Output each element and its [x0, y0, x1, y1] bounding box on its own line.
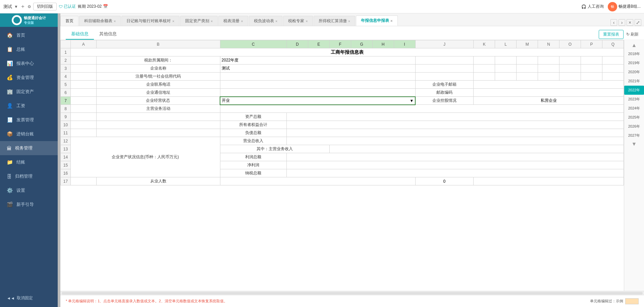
cell-11a[interactable]: [71, 129, 97, 137]
cell-17a[interactable]: [71, 177, 97, 185]
cell-12ab[interactable]: 企业资产状况信息(币种：人民币万元): [71, 137, 220, 177]
cell-9d[interactable]: [286, 113, 624, 121]
cell-17b[interactable]: 从业人数: [96, 177, 220, 185]
sidebar-item-settings[interactable]: ⚙️设置: [0, 183, 58, 198]
col-header-q[interactable]: Q: [602, 40, 624, 48]
tab-annual-report[interactable]: 年报信息申报表×: [356, 15, 397, 26]
sidebar-item-finance[interactable]: 💰资金管理: [0, 71, 58, 85]
col-header-o[interactable]: O: [559, 40, 581, 48]
sidebar-item-guide[interactable]: 🎬新手引导: [0, 198, 58, 212]
cell-5c[interactable]: [220, 81, 415, 89]
cell-8c[interactable]: [220, 105, 624, 113]
tab-close-tax-inspect[interactable]: ×: [306, 19, 308, 23]
cell-9a[interactable]: [71, 113, 97, 121]
col-header-k[interactable]: K: [474, 40, 495, 48]
cell-3k[interactable]: [474, 64, 495, 73]
year-item-2020[interactable]: 2020年: [624, 68, 644, 77]
cell-10c[interactable]: 所有者权益合计: [220, 121, 286, 129]
col-header-m[interactable]: M: [517, 40, 538, 48]
sidebar-item-tax[interactable]: 🏛税务管理: [0, 141, 58, 155]
cell-3q[interactable]: [602, 64, 624, 73]
cell-6a[interactable]: [71, 89, 97, 97]
chevron-down-icon[interactable]: ▼: [14, 4, 18, 9]
cell-2b[interactable]: 税款所属期间：: [96, 56, 220, 64]
tab-close-all-btn[interactable]: ×: [627, 19, 633, 26]
gear-icon[interactable]: ⚙: [28, 4, 31, 9]
cell-15d[interactable]: [286, 161, 624, 169]
cell-7b[interactable]: 企业经营状态: [96, 97, 220, 105]
col-header-h[interactable]: H: [372, 40, 394, 48]
h-scroll[interactable]: [60, 291, 644, 295]
col-header-b[interactable]: B: [96, 40, 220, 48]
tab-close-fixed[interactable]: ×: [211, 19, 213, 23]
year-scroll-up-btn[interactable]: ▲: [631, 41, 638, 49]
cell-13c[interactable]: 其中：主营业务收入: [220, 145, 329, 153]
col-header-a[interactable]: A: [71, 40, 97, 48]
cell-title[interactable]: 工商年报信息表: [71, 48, 624, 56]
cell-3b[interactable]: 企业名称: [96, 64, 220, 73]
col-header-i[interactable]: I: [394, 40, 415, 48]
cell-3j[interactable]: [415, 64, 474, 73]
tab-subsidiary[interactable]: 科目辅助余额表×: [79, 16, 121, 26]
cell-5j[interactable]: 企业电子邮箱: [415, 81, 474, 89]
cell-9b[interactable]: [96, 113, 220, 121]
cell-7a[interactable]: [71, 97, 97, 105]
col-header-j[interactable]: J: [415, 40, 474, 48]
sidebar-item-invoice[interactable]: 🧾发票管理: [0, 113, 58, 127]
cell-4c[interactable]: [220, 73, 415, 81]
cell-11b[interactable]: [96, 129, 220, 137]
cell-15c[interactable]: 净利润: [220, 161, 286, 169]
cell-2l[interactable]: [495, 56, 517, 64]
cell-7c-dropdown[interactable]: 开业 ▼: [220, 97, 415, 105]
cell-8b[interactable]: 主营业务活动: [96, 105, 220, 113]
tab-income-tax[interactable]: 所得税汇算清缴×: [314, 16, 355, 26]
h-scroll-inner[interactable]: [62, 292, 643, 295]
sub-tab-basic[interactable]: 基础信息: [66, 29, 94, 40]
cell-11d[interactable]: [286, 129, 624, 137]
cell-10a[interactable]: [71, 121, 97, 129]
cell-3o[interactable]: [559, 64, 581, 73]
year-item-2019[interactable]: 2019年: [624, 58, 644, 68]
cell-5a[interactable]: [71, 81, 97, 89]
cell-6c[interactable]: [220, 89, 415, 97]
tab-prev-btn[interactable]: ‹: [610, 19, 617, 26]
col-header-f[interactable]: F: [329, 40, 351, 48]
year-item-2018[interactable]: 2018年: [624, 49, 644, 58]
cell-2j[interactable]: [415, 56, 474, 64]
sub-tab-other[interactable]: 其他信息: [94, 29, 122, 40]
cell-16d[interactable]: [286, 169, 624, 177]
unpin-btn[interactable]: ◄◄ 取消固定: [3, 293, 54, 304]
cell-4a[interactable]: [71, 73, 97, 81]
cell-4n[interactable]: [538, 73, 559, 81]
sidebar-item-inout[interactable]: 📦进销台账: [0, 127, 58, 141]
tab-tax-inspect[interactable]: 税检专家×: [283, 16, 313, 26]
cell-2o[interactable]: [559, 56, 581, 64]
sidebar-item-reports[interactable]: 📊报表中心: [0, 56, 58, 71]
cell-12d[interactable]: [286, 137, 624, 145]
cell-4m[interactable]: [517, 73, 538, 81]
cell-3c[interactable]: 测试: [220, 64, 415, 73]
cell-2c[interactable]: 2022年度: [220, 56, 415, 64]
cell-7k[interactable]: 私营企业: [474, 97, 624, 105]
col-header-d[interactable]: D: [286, 40, 308, 48]
cell-2k[interactable]: [474, 56, 495, 64]
cell-2q[interactable]: [602, 56, 624, 64]
tab-close-subsidiary[interactable]: ×: [114, 19, 116, 23]
dropdown-arrow-icon[interactable]: ▼: [410, 98, 414, 103]
cell-17c[interactable]: [220, 177, 415, 185]
cell-6b[interactable]: 企业通信地址: [96, 89, 220, 97]
sidebar-item-payroll[interactable]: 👤工资: [0, 99, 58, 113]
col-header-p[interactable]: P: [581, 40, 602, 48]
tab-close-income-tax[interactable]: ×: [348, 19, 350, 23]
cell-2m[interactable]: [517, 56, 538, 64]
tab-close-annual[interactable]: ×: [390, 19, 392, 23]
spreadsheet-scroll[interactable]: A B C D E F G H I J K L M: [60, 40, 624, 291]
col-header-n[interactable]: N: [538, 40, 559, 48]
year-item-2021[interactable]: 2021年: [624, 77, 644, 86]
cell-4o[interactable]: [559, 73, 581, 81]
cell-5k[interactable]: [474, 81, 624, 89]
cell-9c[interactable]: 资产总额: [220, 113, 286, 121]
col-header-g[interactable]: G: [351, 40, 372, 48]
cell-13f[interactable]: [329, 145, 624, 153]
tab-tax-table[interactable]: 税表清册×: [218, 16, 248, 26]
